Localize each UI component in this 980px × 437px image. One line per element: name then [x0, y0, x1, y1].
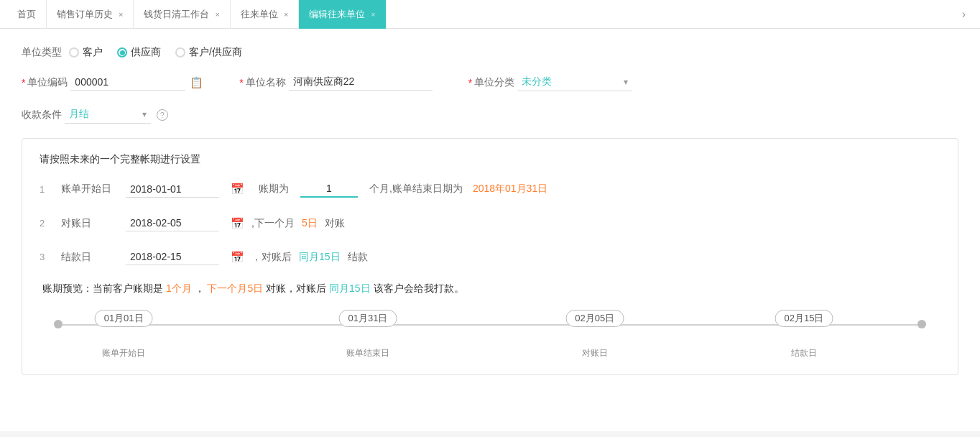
section-title: 请按照未来的一个完整帐期进行设置: [40, 153, 940, 166]
timeline-node-4-label: 02月15日: [775, 310, 833, 327]
timeline-node-1: 01月01日 账单开始日: [95, 310, 153, 359]
payment-terms-help-icon[interactable]: ?: [157, 109, 168, 121]
tab-sales-history[interactable]: 销售订单历史 ×: [47, 0, 134, 29]
unit-type-row: 单位类型 客户 供应商 客户/供应商: [22, 46, 958, 59]
payment-terms-select[interactable]: 月结 ▾: [65, 106, 151, 124]
row3-label: 结款日: [61, 251, 119, 264]
tab-edit-partner[interactable]: 编辑往来单位 ×: [299, 0, 386, 29]
radio-group-unit-type: 客户 供应商 客户/供应商: [69, 46, 242, 59]
code-name-category-row: * 单位编码 📋 * 单位名称 * 单位分类 未分类 ▾: [22, 73, 958, 91]
unit-category-label: 单位分类: [474, 76, 514, 89]
payment-terms-value: 月结: [69, 108, 137, 121]
timeline-node-2: 01月31日 账单结束日: [339, 310, 397, 359]
unit-code-group: * 单位编码 📋: [22, 74, 203, 91]
main-content: 单位类型 客户 供应商 客户/供应商 * 单位编码 📋 *: [0, 29, 980, 431]
payment-terms-arrow: ▾: [142, 109, 147, 119]
setting-row-2: 2 对账日 📅 ,下一个月 5日 对账: [40, 215, 940, 231]
row3-cal-icon[interactable]: 📅: [231, 251, 244, 264]
tab-cashflow[interactable]: 钱货日清工作台 ×: [134, 0, 230, 29]
tab-more-arrow[interactable]: ›: [955, 8, 973, 21]
radio-supplier-circle: [117, 47, 127, 58]
tab-close-cashflow[interactable]: ×: [215, 10, 219, 19]
row1-cal-icon[interactable]: 📅: [231, 183, 244, 196]
unit-name-label: 单位名称: [246, 76, 286, 89]
unit-category-star: *: [468, 77, 472, 88]
payment-terms-label: 收款条件: [22, 109, 62, 121]
row3-desc-prefix: ，对账后: [251, 251, 292, 264]
row3-num: 3: [40, 252, 54, 262]
tab-close-sales-history[interactable]: ×: [119, 10, 123, 19]
unit-category-arrow: ▾: [624, 77, 628, 87]
preview-part2: 下一个月5日: [207, 282, 263, 294]
radio-both[interactable]: 客户/供应商: [175, 46, 242, 59]
tab-close-edit-partner[interactable]: ×: [371, 10, 375, 19]
preview-part1: 1个月: [166, 282, 192, 294]
row2-desc-highlight: 5日: [302, 217, 318, 230]
timeline-right-dot: [917, 320, 926, 328]
preview-prefix: 账期预览：当前客户账期是: [42, 282, 163, 294]
row2-num: 2: [40, 218, 54, 229]
timeline: 01月01日 账单开始日 01月31日 账单结束日 02月05日 对账日 02月…: [54, 310, 926, 360]
setting-row-3: 3 结款日 📅 ，对账后 同月15日 结款: [40, 249, 940, 265]
timeline-node-1-sub: 账单开始日: [102, 347, 145, 359]
timeline-node-3-sub: 对账日: [582, 347, 608, 359]
radio-both-circle: [175, 47, 185, 58]
unit-category-select[interactable]: 未分类 ▾: [517, 73, 632, 91]
timeline-node-1-label: 01月01日: [95, 310, 153, 327]
row3-desc-highlight: 同月15日: [299, 251, 341, 264]
preview-suffix: 该客户会给我打款。: [374, 282, 464, 294]
row2-cal-icon[interactable]: 📅: [231, 217, 244, 230]
row2-desc-prefix: ,下一个月: [251, 217, 295, 230]
unit-category-group: * 单位分类 未分类 ▾: [468, 73, 632, 91]
tab-home[interactable]: 首页: [7, 0, 47, 29]
row1-period-label: 账期为: [259, 183, 289, 196]
preview-mid2: 对账，对账后: [266, 282, 326, 294]
row1-num: 1: [40, 184, 54, 195]
timeline-node-2-label: 01月31日: [339, 310, 397, 327]
timeline-node-4: 02月15日 结款日: [775, 310, 833, 359]
tabs-bar: 首页 销售订单历史 × 钱货日清工作台 × 往来单位 × 编辑往来单位 × ›: [0, 0, 980, 29]
row3-desc-suffix: 结款: [348, 251, 368, 264]
setting-row-1: 1 账单开始日 📅 账期为 个月,账单结束日期为 2018年01月31日: [40, 180, 940, 198]
row1-label: 账单开始日: [61, 183, 119, 196]
row1-period-suffix: 个月,账单结束日期为: [369, 183, 463, 196]
tab-close-partner[interactable]: ×: [284, 10, 288, 19]
timeline-node-2-sub: 账单结束日: [346, 347, 389, 359]
timeline-node-4-sub: 结款日: [791, 347, 817, 359]
timeline-node-3-label: 02月05日: [565, 310, 624, 327]
unit-name-star: *: [239, 77, 243, 88]
row1-period-input[interactable]: [300, 180, 358, 198]
timeline-node-3: 02月05日 对账日: [565, 310, 624, 359]
row1-period-date: 2018年01月31日: [473, 183, 547, 196]
preview-text: 账期预览：当前客户账期是 1个月 ， 下一个月5日 对账，对账后 同月15日 该…: [40, 282, 940, 295]
row2-label: 对账日: [61, 217, 119, 230]
unit-name-input[interactable]: [289, 74, 433, 91]
timeline-left-dot: [54, 320, 63, 328]
unit-category-value: 未分类: [522, 75, 618, 88]
row1-date-input[interactable]: [126, 181, 219, 198]
row3-date-input[interactable]: [126, 249, 219, 265]
radio-customer-circle: [69, 47, 79, 58]
unit-code-icon[interactable]: 📋: [190, 76, 203, 89]
row2-desc-suffix: 对账: [325, 217, 345, 230]
unit-code-label: 单位编码: [27, 76, 68, 89]
tab-partner[interactable]: 往来单位 ×: [231, 0, 299, 29]
unit-code-input[interactable]: [70, 74, 185, 91]
preview-part3: 同月15日: [329, 282, 371, 294]
unit-name-group: * 单位名称: [239, 74, 432, 91]
unit-type-label: 单位类型: [22, 46, 62, 59]
preview-mid1: ，: [195, 282, 205, 294]
radio-customer[interactable]: 客户: [69, 46, 103, 59]
row2-date-input[interactable]: [126, 215, 219, 231]
radio-supplier[interactable]: 供应商: [117, 46, 161, 59]
unit-code-star: *: [22, 77, 25, 88]
period-setting-section: 请按照未来的一个完整帐期进行设置 1 账单开始日 📅 账期为 个月,账单结束日期…: [22, 138, 958, 375]
payment-terms-row: 收款条件 月结 ▾ ?: [22, 106, 958, 124]
